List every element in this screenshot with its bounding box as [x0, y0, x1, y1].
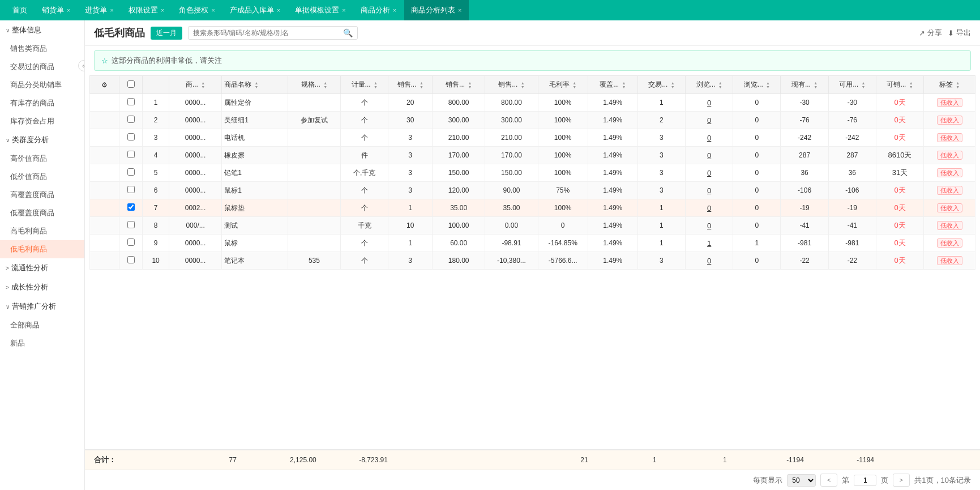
sidebar-item-低覆盖度商品[interactable]: 低覆盖度商品 [0, 204, 84, 222]
th-margin-rate[interactable]: 毛利率 ▲▼ [538, 76, 588, 94]
row-browse1[interactable]: 0 [686, 164, 733, 182]
row-check[interactable] [119, 199, 142, 217]
sidebar-item-高覆盖度商品[interactable]: 高覆盖度商品 [0, 186, 84, 204]
th-tag[interactable]: 标签 ▲▼ [924, 76, 975, 94]
row-browse1[interactable]: 0 [686, 112, 733, 129]
th-price1[interactable]: 销售... ▲▼ [433, 76, 485, 94]
nav-close-icon[interactable]: × [110, 7, 113, 14]
row-checkbox[interactable] [127, 151, 135, 158]
row-check[interactable] [119, 112, 142, 129]
row-browse1[interactable]: 0 [686, 252, 733, 270]
row-checkbox[interactable] [127, 238, 135, 246]
row-checkbox[interactable] [127, 221, 135, 228]
row-checkbox[interactable] [127, 256, 135, 263]
sidebar-item-全部商品[interactable]: 全部商品 [0, 316, 84, 334]
row-check[interactable] [119, 252, 142, 270]
row-code: 000/... [169, 217, 221, 235]
th-avail[interactable]: 可用... ▲▼ [828, 76, 876, 94]
page-number-input[interactable] [854, 475, 876, 486]
th-settings[interactable]: ⚙ [90, 76, 119, 94]
sidebar-group-整体信息[interactable]: ∨整体信息 [0, 20, 84, 40]
nav-item-商品分析[interactable]: 商品分析× [354, 0, 403, 20]
select-all-checkbox[interactable] [127, 80, 135, 88]
row-check[interactable] [119, 235, 142, 252]
prev-page-btn[interactable]: ＜ [820, 474, 837, 487]
nav-close-icon[interactable]: × [458, 7, 461, 14]
sidebar-item-低价值商品[interactable]: 低价值商品 [0, 168, 84, 186]
nav-item-首页[interactable]: 首页 [6, 0, 34, 20]
th-cover[interactable]: 覆盖... ▲▼ [588, 76, 637, 94]
th-unit[interactable]: 计量... ▲▼ [341, 76, 388, 94]
sidebar-group-成长性分析[interactable]: >成长性分析 [0, 278, 84, 297]
th-browse2[interactable]: 浏览... ▲▼ [733, 76, 781, 94]
th-browse1[interactable]: 浏览... ▲▼ [686, 76, 733, 94]
row-check[interactable] [119, 164, 142, 182]
sidebar-item-有库存的商品[interactable]: 有库存的商品 [0, 94, 84, 112]
row-browse1[interactable]: 0 [686, 147, 733, 164]
filter-btn[interactable]: 近一月 [151, 27, 182, 40]
row-browse1[interactable]: 0 [686, 129, 733, 147]
nav-item-产成品入库单[interactable]: 产成品入库单× [223, 0, 287, 20]
row-check[interactable] [119, 217, 142, 235]
row-checkbox[interactable] [127, 116, 135, 123]
share-btn[interactable]: ↗ 分享 [919, 28, 942, 38]
th-saleable[interactable]: 可销... ▲▼ [876, 76, 923, 94]
row-check[interactable] [119, 182, 142, 199]
row-browse1[interactable]: 0 [686, 182, 733, 199]
th-price2[interactable]: 销售... ▲▼ [485, 76, 538, 94]
th-trans[interactable]: 交易... ▲▼ [637, 76, 685, 94]
search-input[interactable] [193, 29, 343, 37]
row-price2: 170.00 [485, 147, 538, 164]
sidebar-item-高价值商品[interactable]: 高价值商品 [0, 150, 84, 168]
nav-close-icon[interactable]: × [161, 7, 164, 14]
nav-close-icon[interactable]: × [393, 7, 396, 14]
sidebar-item-新品[interactable]: 新品 [0, 334, 84, 352]
row-unit: 个 [341, 129, 388, 147]
nav-close-icon[interactable]: × [211, 7, 215, 14]
nav-item-商品分析列表[interactable]: 商品分析列表× [404, 0, 468, 20]
nav-close-icon[interactable]: × [342, 7, 345, 14]
th-qty[interactable]: 销售... ▲▼ [388, 76, 433, 94]
sidebar-group-类群度分析[interactable]: ∨类群度分析 [0, 130, 84, 150]
row-checkbox[interactable] [127, 203, 135, 211]
row-num: 9 [143, 235, 169, 252]
nav-item-销货单[interactable]: 销货单× [35, 0, 77, 20]
row-check[interactable] [119, 129, 142, 147]
export-btn[interactable]: ⬇ 导出 [948, 28, 971, 38]
sidebar-item-商品分类助销率[interactable]: 商品分类助销率 [0, 76, 84, 94]
row-checkbox[interactable] [127, 168, 135, 176]
th-current[interactable]: 现有... ▲▼ [781, 76, 828, 94]
row-unit: 个 [341, 94, 388, 112]
sidebar-item-库存资金占用[interactable]: 库存资金占用 [0, 112, 84, 130]
row-saleable: 0天 [876, 182, 923, 199]
th-spec[interactable]: 规格... ▲▼ [288, 76, 340, 94]
row-check[interactable] [119, 94, 142, 112]
sidebar-item-销售类商品[interactable]: 销售类商品 [0, 40, 84, 58]
row-checkbox[interactable] [127, 133, 135, 140]
sidebar-group-流通性分析[interactable]: >流通性分析 [0, 258, 84, 278]
page-size-select[interactable]: 50 100 [787, 474, 816, 487]
row-checkbox[interactable] [127, 186, 135, 193]
th-code[interactable]: 商... ▲▼ [169, 76, 221, 94]
row-browse1[interactable]: 0 [686, 217, 733, 235]
th-name[interactable]: 商品名称 ▲▼ [222, 76, 288, 94]
row-browse1[interactable]: 0 [686, 94, 733, 112]
nav-item-角色授权[interactable]: 角色授权× [172, 0, 221, 20]
next-page-btn[interactable]: ＞ [893, 474, 910, 487]
th-check[interactable] [119, 76, 142, 94]
nav-item-权限设置[interactable]: 权限设置× [122, 0, 171, 20]
nav-close-icon[interactable]: × [277, 7, 280, 14]
row-checkbox[interactable] [127, 98, 135, 105]
nav-close-icon[interactable]: × [67, 7, 70, 14]
row-avail: -19 [828, 199, 876, 217]
sidebar-item-高毛利商品[interactable]: 高毛利商品 [0, 222, 84, 240]
sidebar-item-低毛利商品[interactable]: 低毛利商品 [0, 240, 84, 258]
row-spec [288, 147, 340, 164]
row-check[interactable] [119, 147, 142, 164]
nav-item-进货单[interactable]: 进货单× [78, 0, 120, 20]
row-browse1[interactable]: 0 [686, 199, 733, 217]
nav-item-单据模板设置[interactable]: 单据模板设置× [288, 0, 352, 20]
row-browse1[interactable]: 1 [686, 235, 733, 252]
sidebar-group-营销推广分析[interactable]: ∨营销推广分析 [0, 297, 84, 316]
sidebar-item-交易过的商品[interactable]: 交易过的商品 [0, 58, 84, 76]
